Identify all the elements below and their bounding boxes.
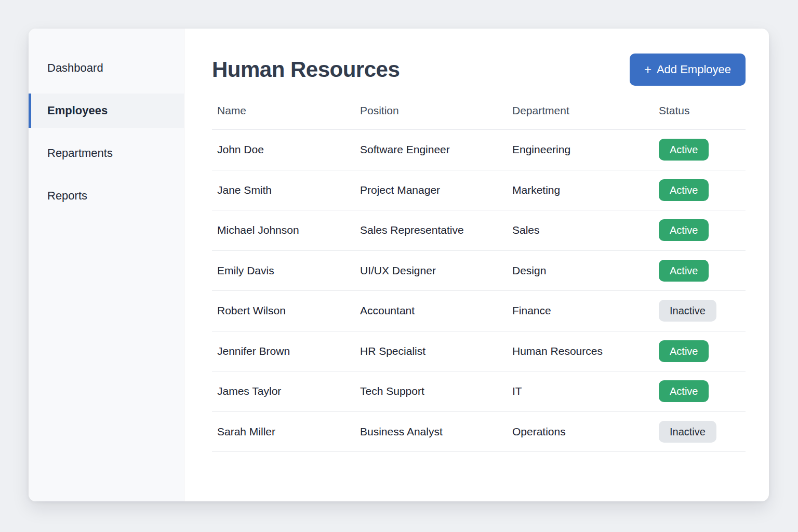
- cell-position: Accountant: [355, 304, 507, 317]
- cell-status: Active: [654, 380, 746, 402]
- cell-status: Active: [654, 340, 746, 362]
- table-row: Robert Wilson Accountant Finance Inactiv…: [212, 291, 746, 331]
- status-badge: Active: [659, 219, 709, 241]
- sidebar-item-employees[interactable]: Employees: [29, 94, 184, 128]
- add-employee-button[interactable]: + Add Employee: [630, 54, 746, 86]
- cell-status: Active: [654, 219, 746, 241]
- cell-name: Emily Davis: [212, 264, 355, 277]
- cell-name: Robert Wilson: [212, 304, 355, 317]
- sidebar: Dashboard Employees Repartments Reports: [29, 29, 184, 501]
- cell-position: UI/UX Designer: [355, 264, 507, 277]
- cell-position: Sales Representative: [355, 224, 507, 236]
- cell-department: Design: [507, 264, 654, 277]
- table-row: Jane Smith Project Manager Marketing Act…: [212, 170, 746, 211]
- cell-position: Project Manager: [355, 184, 507, 196]
- status-badge: Active: [659, 380, 709, 402]
- app-window: Dashboard Employees Repartments Reports …: [29, 29, 769, 501]
- sidebar-item-label: Reports: [47, 189, 87, 203]
- cell-name: Jane Smith: [212, 184, 355, 196]
- cell-position: Business Analyst: [355, 425, 507, 438]
- status-badge: Active: [659, 139, 709, 161]
- cell-department: Operations: [507, 425, 654, 438]
- status-badge: Inactive: [659, 421, 716, 443]
- add-employee-button-label: Add Employee: [657, 63, 731, 76]
- column-header-position: Position: [355, 104, 507, 117]
- sidebar-item-reports[interactable]: Reports: [29, 179, 184, 213]
- cell-name: John Doe: [212, 143, 355, 156]
- status-badge: Active: [659, 340, 709, 362]
- page-title: Human Resources: [212, 57, 400, 82]
- cell-department: IT: [507, 385, 654, 397]
- cell-name: Sarah Miller: [212, 425, 355, 438]
- page-header: Human Resources + Add Employee: [212, 54, 746, 86]
- cell-position: Tech Support: [355, 385, 507, 397]
- cell-status: Active: [654, 260, 746, 282]
- column-header-name: Name: [212, 104, 355, 117]
- table-row: Sarah Miller Business Analyst Operations…: [212, 412, 746, 453]
- main-content: Human Resources + Add Employee Name Posi…: [184, 29, 769, 501]
- cell-department: Finance: [507, 304, 654, 317]
- cell-status: Inactive: [654, 421, 746, 443]
- cell-name: James Taylor: [212, 385, 355, 397]
- table-header: Name Position Department Status: [212, 96, 746, 130]
- cell-name: Jennifer Brown: [212, 345, 355, 357]
- status-badge: Active: [659, 179, 709, 201]
- cell-name: Michael Johnson: [212, 224, 355, 236]
- sidebar-item-label: Repartments: [47, 147, 113, 160]
- table-row: Emily Davis UI/UX Designer Design Active: [212, 251, 746, 291]
- table-row: Michael Johnson Sales Representative Sal…: [212, 210, 746, 251]
- sidebar-item-label: Dashboard: [47, 61, 103, 75]
- cell-position: HR Specialist: [355, 345, 507, 357]
- column-header-status: Status: [654, 104, 746, 117]
- cell-status: Active: [654, 139, 746, 161]
- table-row: John Doe Software Engineer Engineering A…: [212, 130, 746, 170]
- cell-department: Marketing: [507, 184, 654, 196]
- sidebar-item-dashboard[interactable]: Dashboard: [29, 51, 184, 85]
- cell-status: Inactive: [654, 300, 746, 322]
- status-badge: Inactive: [659, 300, 716, 322]
- table-row: James Taylor Tech Support IT Active: [212, 371, 746, 412]
- plus-icon: +: [644, 63, 651, 76]
- sidebar-item-label: Employees: [47, 104, 108, 117]
- status-badge: Active: [659, 260, 709, 282]
- cell-status: Active: [654, 179, 746, 201]
- cell-department: Engineering: [507, 143, 654, 156]
- cell-department: Sales: [507, 224, 654, 236]
- column-header-department: Department: [507, 104, 654, 117]
- sidebar-item-repartments[interactable]: Repartments: [29, 136, 184, 170]
- table-row: Jennifer Brown HR Specialist Human Resou…: [212, 331, 746, 372]
- cell-position: Software Engineer: [355, 143, 507, 156]
- cell-department: Human Resources: [507, 345, 654, 357]
